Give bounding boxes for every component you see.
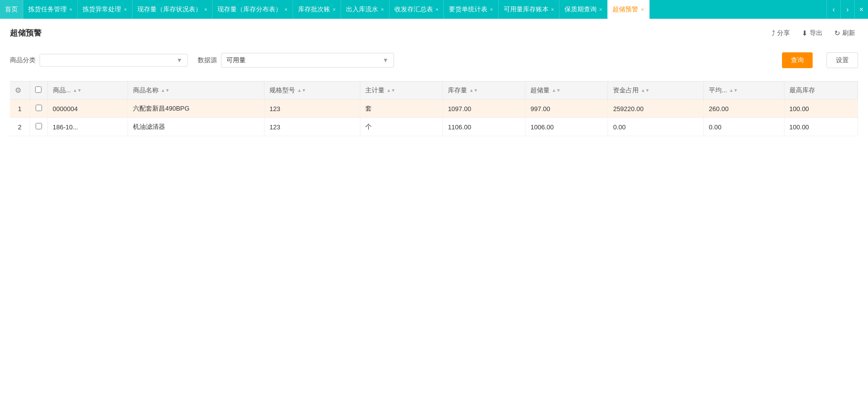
datasource-arrow-icon: ▼ <box>383 57 389 64</box>
sort-avg-icon[interactable]: ▲▼ <box>729 88 738 93</box>
table-body: 1 0000004 六配套新昌490BPG 123 套 1097.00 997.… <box>10 100 858 136</box>
sort-product-name-icon[interactable]: ▲▼ <box>161 88 170 93</box>
row-product-code: 186-10... <box>47 118 128 136</box>
nav-available-ledger-close[interactable]: × <box>551 6 554 12</box>
refresh-label: 刷新 <box>842 29 855 38</box>
table-settings-icon[interactable]: ⚙ <box>15 86 21 94</box>
col-checkbox-header <box>30 81 47 100</box>
nav-batch-close[interactable]: × <box>333 6 336 12</box>
select-all-checkbox[interactable] <box>35 86 42 93</box>
nav-arrow-close-all[interactable]: × <box>854 0 868 19</box>
export-button[interactable]: ⬇ 导出 <box>799 27 825 40</box>
nav-task-mgmt-label: 拣货任务管理 <box>28 5 67 14</box>
col-unit: 主计量 ▲▼ <box>360 81 442 100</box>
row-capital: 259220.00 <box>608 100 704 118</box>
nav-inventory-dist[interactable]: 现存量（库存分布表） × <box>213 0 293 19</box>
row-num: 1 <box>10 100 30 118</box>
share-label: 分享 <box>777 29 790 38</box>
nav-task-mgmt[interactable]: 拣货任务管理 × <box>23 0 78 19</box>
col-product-name: 商品名称 ▲▼ <box>128 81 264 100</box>
col-unit-label: 主计量 <box>365 86 385 95</box>
nav-available-ledger-label: 可用量库存账本 <box>504 5 549 14</box>
nav-exception[interactable]: 拣货异常处理 × <box>78 0 132 19</box>
nav-inout-flow-close[interactable]: × <box>381 6 384 12</box>
table-row: 2 186-10... 机油滤清器 123 个 1106.00 1006.00 … <box>10 118 858 136</box>
col-stock-label: 库存量 <box>448 86 467 95</box>
category-arrow-icon: ▼ <box>176 57 182 64</box>
query-button[interactable]: 查询 <box>782 52 813 68</box>
col-spec: 规格型号 ▲▼ <box>264 81 360 100</box>
col-capital-label: 资金占用 <box>613 86 639 95</box>
nav-collect-summary-close[interactable]: × <box>435 6 438 12</box>
refresh-icon: ↻ <box>834 29 840 37</box>
row-stock: 1097.00 <box>443 100 525 118</box>
row-stock: 1106.00 <box>443 118 525 136</box>
row-unit: 套 <box>360 100 442 118</box>
sort-capital-icon[interactable]: ▲▼ <box>641 88 650 93</box>
sort-product-code-icon[interactable]: ▲▼ <box>73 88 82 93</box>
settings-button[interactable]: 设置 <box>826 52 858 68</box>
page-title: 超储预警 <box>10 28 42 39</box>
col-overstock: 超储量 ▲▼ <box>525 81 608 100</box>
page-header: 超储预警 ⤴ 分享 ⬇ 导出 ↻ 刷新 <box>10 27 858 40</box>
nav-batch-label: 库存批次账 <box>298 5 330 14</box>
col-avg: 平均... ▲▼ <box>704 81 784 100</box>
nav-inventory-status-label: 现存量（库存状况表） <box>137 5 202 14</box>
row-avg: 260.00 <box>704 100 784 118</box>
nav-arrow-next[interactable]: › <box>840 0 854 19</box>
filter-category: 商品分类 ▼ <box>10 54 188 67</box>
datasource-label: 数据源 <box>198 56 217 65</box>
nav-arrows: ‹ › × <box>826 0 868 19</box>
table-row: 1 0000004 六配套新昌490BPG 123 套 1097.00 997.… <box>10 100 858 118</box>
nav-arrow-prev[interactable]: ‹ <box>826 0 840 19</box>
share-button[interactable]: ⤴ 分享 <box>769 27 793 40</box>
nav-overstock-warning-label: 超储预警 <box>612 5 638 14</box>
col-product-name-label: 商品名称 <box>133 86 159 95</box>
page-container: 超储预警 ⤴ 分享 ⬇ 导出 ↻ 刷新 商品分类 ▼ 数据源 <box>0 19 868 144</box>
nav-quality-check[interactable]: 保质期查询 × <box>560 0 608 19</box>
nav-quality-check-close[interactable]: × <box>599 6 602 12</box>
row-checkbox[interactable] <box>36 123 42 129</box>
category-select[interactable]: ▼ <box>40 54 188 67</box>
nav-exception-label: 拣货异常处理 <box>83 5 121 14</box>
sort-unit-icon[interactable]: ▲▼ <box>387 88 395 93</box>
sort-stock-icon[interactable]: ▲▼ <box>469 88 478 93</box>
datasource-select[interactable]: 可用量 ▼ <box>221 53 394 68</box>
top-navigation: 首页 拣货任务管理 × 拣货异常处理 × 现存量（库存状况表） × 现存量（库存… <box>0 0 868 19</box>
row-overstock: 1006.00 <box>525 118 608 136</box>
row-checkbox[interactable] <box>36 105 42 111</box>
table-header: ⚙ 商品... ▲▼ 商品名称 ▲▼ <box>10 81 858 100</box>
nav-home-label: 首页 <box>5 5 18 14</box>
nav-inventory-status-close[interactable]: × <box>204 6 207 12</box>
nav-overstock-warning-close[interactable]: × <box>641 6 644 12</box>
refresh-button[interactable]: ↻ 刷新 <box>831 27 858 40</box>
share-icon: ⤴ <box>772 29 775 37</box>
nav-inventory-dist-close[interactable]: × <box>284 6 287 12</box>
nav-quality-check-label: 保质期查询 <box>564 5 597 14</box>
sort-spec-icon[interactable]: ▲▼ <box>297 88 306 93</box>
data-table: ⚙ 商品... ▲▼ 商品名称 ▲▼ <box>10 81 858 136</box>
nav-inout-flow[interactable]: 出入库流水 × <box>341 0 389 19</box>
nav-overstock-warning[interactable]: 超储预警 × <box>608 0 649 19</box>
nav-exception-close[interactable]: × <box>124 6 127 12</box>
col-max-stock: 最高库存 <box>784 81 858 100</box>
col-settings: ⚙ <box>10 81 30 100</box>
nav-inventory-dist-label: 现存量（库存分布表） <box>217 5 282 14</box>
row-max-stock: 100.00 <box>784 100 858 118</box>
nav-requisition[interactable]: 要货单统计表 × <box>444 0 498 19</box>
nav-batch[interactable]: 库存批次账 × <box>293 0 341 19</box>
row-product-name: 六配套新昌490BPG <box>128 100 264 118</box>
export-label: 导出 <box>810 29 823 38</box>
row-max-stock: 100.00 <box>784 118 858 136</box>
row-product-name: 机油滤清器 <box>128 118 264 136</box>
sort-overstock-icon[interactable]: ▲▼ <box>552 88 561 93</box>
nav-home[interactable]: 首页 <box>0 0 23 19</box>
nav-available-ledger[interactable]: 可用量库存账本 × <box>499 0 560 19</box>
nav-task-mgmt-close[interactable]: × <box>69 6 72 12</box>
export-icon: ⬇ <box>802 29 808 37</box>
row-checkbox-cell <box>30 118 47 136</box>
nav-collect-summary[interactable]: 收发存汇总表 × <box>390 0 444 19</box>
category-label: 商品分类 <box>10 56 36 65</box>
nav-inventory-status[interactable]: 现存量（库存状况表） × <box>132 0 213 19</box>
nav-requisition-close[interactable]: × <box>490 6 493 12</box>
